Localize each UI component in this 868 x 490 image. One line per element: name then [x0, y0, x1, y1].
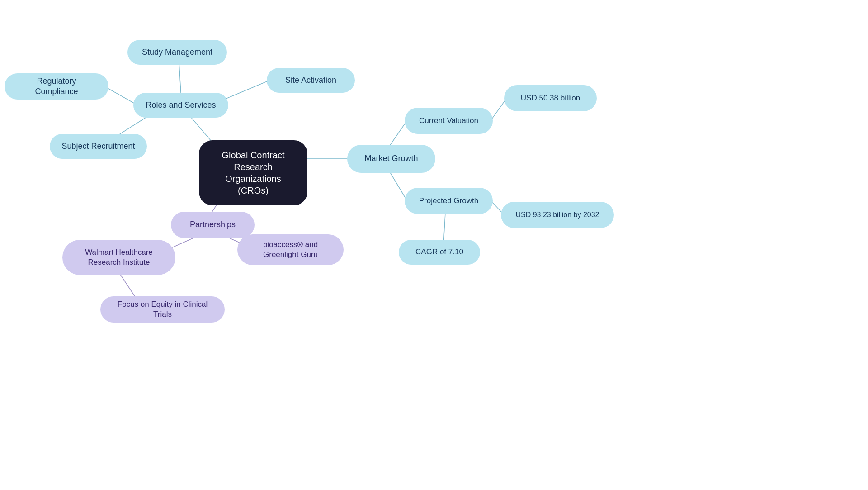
usd-50-node: USD 50.38 billion	[504, 85, 597, 111]
cagr-label: CAGR of 7.10	[415, 247, 463, 257]
subject-recruitment-node: Subject Recruitment	[50, 134, 147, 159]
equity-node: Focus on Equity in Clinical Trials	[100, 296, 225, 323]
study-management-node: Study Management	[127, 40, 227, 65]
market-growth-label: Market Growth	[364, 153, 418, 164]
regulatory-compliance-label: Regulatory Compliance	[14, 76, 99, 97]
bioaccess-node: bioaccess® and Greenlight Guru	[237, 234, 344, 265]
bioaccess-label: bioaccess® and Greenlight Guru	[247, 240, 334, 260]
projected-growth-node: Projected Growth	[405, 188, 493, 214]
study-management-label: Study Management	[142, 47, 212, 57]
subject-recruitment-label: Subject Recruitment	[61, 141, 135, 152]
usd-93-node: USD 93.23 billion by 2032	[501, 202, 614, 228]
svg-line-7	[491, 99, 506, 121]
center-label: Global Contract Research Organizations (…	[210, 149, 297, 196]
roles-services-node: Roles and Services	[133, 93, 228, 118]
projected-growth-label: Projected Growth	[419, 196, 478, 206]
partnerships-label: Partnerships	[190, 219, 236, 230]
walmart-node: Walmart Healthcare Research Institute	[62, 240, 175, 275]
market-growth-node: Market Growth	[347, 145, 435, 173]
mindmap-container: Global Contract Research Organizations (…	[0, 0, 868, 490]
cagr-node: CAGR of 7.10	[399, 240, 480, 265]
site-activation-node: Site Activation	[267, 68, 355, 93]
center-node: Global Contract Research Organizations (…	[199, 140, 307, 205]
roles-services-label: Roles and Services	[146, 100, 216, 110]
usd-93-label: USD 93.23 billion by 2032	[515, 210, 599, 220]
svg-line-4	[226, 81, 269, 99]
current-valuation-node: Current Valuation	[405, 108, 493, 134]
equity-label: Focus on Equity in Clinical Trials	[110, 300, 215, 319]
partnerships-node: Partnerships	[171, 212, 255, 238]
svg-line-2	[105, 87, 136, 104]
current-valuation-label: Current Valuation	[419, 116, 478, 126]
site-activation-label: Site Activation	[285, 75, 336, 86]
regulatory-compliance-node: Regulatory Compliance	[5, 73, 108, 100]
usd-50-label: USD 50.38 billion	[521, 93, 580, 103]
walmart-label: Walmart Healthcare Research Institute	[72, 247, 165, 267]
